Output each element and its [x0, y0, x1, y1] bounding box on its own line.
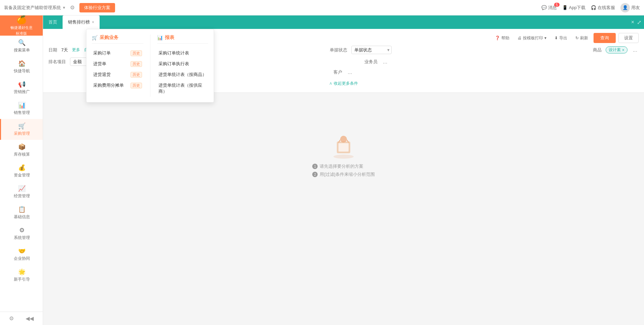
sidebar-item-quick-nav[interactable]: 🏠 快捷导航: [0, 56, 43, 77]
receipt-stat-goods-label: 进货单统计表（按商品）: [158, 72, 207, 78]
hint2-circle: 2: [312, 172, 318, 177]
print-button[interactable]: 🖨 按模板打印 ▾: [515, 34, 549, 42]
salesman-dots-button[interactable]: ...: [382, 59, 389, 65]
empty-hint-2-text: 用[过滤]条件来缩小分析范围: [320, 171, 374, 177]
goods-tag-close[interactable]: ×: [622, 48, 624, 52]
logo-icon: 🍊: [16, 15, 27, 25]
purchase-col-title-text: 采购业务: [100, 35, 118, 41]
tab-sales-ranking-label: 销售排行榜: [68, 19, 90, 25]
purchase-icon: 🛒: [18, 122, 26, 130]
sidebar-bottom: ⚙ ◀◀: [0, 312, 43, 325]
svg-rect-2: [338, 143, 349, 152]
quick-nav-label: 快捷导航: [14, 68, 30, 74]
purchase-order-exec-label: 采购订单执行表: [158, 61, 189, 67]
dropdown-item-purchase-order[interactable]: 采购订单 历史: [92, 48, 143, 58]
sidebar-item-cooperation[interactable]: 🤝 企业协同: [0, 244, 43, 265]
sidebar-item-search-menu[interactable]: 🔍 搜索菜单: [0, 36, 43, 56]
inventory-label: 库存核算: [14, 152, 30, 157]
marketing-icon: 📢: [18, 81, 26, 88]
dropdown-item-receipt-stat-goods[interactable]: 进货单统计表（按商品）: [157, 69, 209, 80]
purchase-col-icon: 🛒: [92, 35, 98, 40]
hint1-circle: 1: [312, 164, 318, 169]
receipt-stat-supplier-label: 进货单统计表（按供应商）: [158, 82, 207, 94]
finance-icon: 💰: [18, 164, 26, 171]
date-more-link[interactable]: 更多: [72, 47, 80, 53]
export-icon: ⬇: [554, 36, 558, 40]
dropdown-item-expense[interactable]: 采购费用分摊单 历史: [92, 80, 143, 91]
tab-home[interactable]: 首页: [43, 15, 63, 29]
goods-tag-text: 设计素: [609, 47, 621, 53]
dropdown-item-return[interactable]: 进货退货 历史: [92, 69, 143, 80]
dropdown-item-receipt[interactable]: 进货单 历史: [92, 58, 143, 69]
sidebar: 🍊 畅捷通好生意 标准版 🔍 搜索菜单 🏠 快捷导航 📢 营销推广 📊 销售管理: [0, 15, 43, 325]
user-label: 用友: [631, 5, 640, 11]
status-select-wrap: 单据状态: [351, 46, 392, 54]
collapse-sidebar-icon[interactable]: ◀◀: [26, 315, 34, 322]
purchase-dropdown-menu: 🛒 采购业务 采购订单 历史 进货单 历史 进货退货 历史 采购费用分摊单: [86, 29, 214, 103]
dropdown-report-col: 📊 报表 采购订单统计表 采购订单执行表 进货单统计表（按商品） 进货单统计表（…: [157, 35, 209, 97]
sidebar-item-inventory[interactable]: 📦 库存核算: [0, 140, 43, 161]
search-button[interactable]: 查询: [594, 33, 616, 43]
sidebar-item-system[interactable]: ⚙ 系统管理: [0, 223, 43, 244]
sidebar-nav: 🔍 搜索菜单 🏠 快捷导航 📢 营销推广 📊 销售管理 🛒 采购管理 📦: [0, 36, 43, 312]
goods-tag: 设计素 ×: [606, 46, 628, 53]
sidebar-item-sales[interactable]: 📊 销售管理: [0, 98, 43, 119]
dropdown-item-purchase-order-stat[interactable]: 采购订单统计表: [157, 48, 209, 58]
status-select[interactable]: 单据状态: [351, 46, 392, 54]
dropdown-item-receipt-stat-supplier[interactable]: 进货单统计表（按供应商）: [157, 80, 209, 97]
search-menu-icon: 🔍: [18, 39, 26, 46]
receipt-history: 历史: [131, 61, 142, 67]
print-icon: 🖨: [517, 36, 522, 40]
sidebar-item-operations[interactable]: 📈 经营管理: [0, 181, 43, 202]
minimize-icon[interactable]: ×: [631, 19, 634, 25]
help-button[interactable]: ❓ 帮助: [492, 34, 512, 42]
cooperation-icon: 🤝: [18, 247, 26, 255]
messages-button[interactable]: 💬 消息 5: [541, 5, 557, 11]
expand-icon[interactable]: ⤢: [637, 19, 641, 26]
sidebar-item-guide[interactable]: 🌟 新手引导: [0, 265, 43, 286]
tab-sales-ranking[interactable]: 销售排行榜 ×: [63, 15, 100, 29]
collapse-icon: ∧: [329, 81, 332, 86]
goods-dots-button[interactable]: ...: [632, 47, 639, 53]
basic-info-label: 基础信息: [14, 214, 30, 220]
search-menu-label: 搜索菜单: [14, 47, 30, 53]
top-bar: 装备及固定资产辅助管理系统 ▾ ⚙ 体验行业方案 💬 消息 5 📱 App下载 …: [0, 0, 644, 15]
trial-button[interactable]: 体验行业方案: [79, 3, 115, 12]
user-avatar: 👤: [620, 3, 630, 12]
sidebar-item-marketing[interactable]: 📢 营销推广: [0, 77, 43, 98]
settings-button[interactable]: 设置: [618, 33, 639, 43]
sidebar-item-basic-info[interactable]: 📋 基础信息: [0, 202, 43, 223]
dropdown-purchase-title: 🛒 采购业务: [92, 35, 143, 44]
app-download-label: App下载: [569, 5, 585, 11]
sidebar-item-finance[interactable]: 💰 资金管理: [0, 161, 43, 181]
gear-icon[interactable]: ⚙: [70, 4, 75, 11]
customer-label: 客户: [333, 69, 342, 75]
settings-bottom-icon[interactable]: ⚙: [9, 315, 14, 322]
guide-icon: 🌟: [18, 268, 26, 276]
online-service-button[interactable]: 🎧 在线客服: [591, 5, 615, 11]
right-panel: 首页 销售排行榜 × × ⤢ ❓ 帮助: [43, 15, 644, 325]
messages-badge: 5: [554, 3, 560, 7]
tab-close-icon[interactable]: ×: [92, 20, 94, 25]
app-download-button[interactable]: 📱 App下载: [562, 5, 585, 11]
rank-label: 排名项目: [48, 59, 66, 65]
sidebar-item-purchase[interactable]: 🛒 采购管理: [0, 119, 43, 140]
empty-hint-1: 1 请先选择要分析的方案: [312, 163, 363, 169]
svg-point-0: [333, 155, 354, 159]
return-label: 进货退货: [93, 72, 111, 78]
guide-label: 新手引导: [14, 277, 30, 282]
goods-label: 商品: [593, 47, 602, 53]
operations-icon: 📈: [18, 185, 26, 192]
tab-window-controls: × ⤢: [631, 19, 641, 26]
dropdown-purchase-col: 🛒 采购业务 采购订单 历史 进货单 历史 进货退货 历史 采购费用分摊单: [92, 35, 143, 97]
receipt-label: 进货单: [93, 61, 106, 67]
dropdown-item-purchase-order-exec[interactable]: 采购订单执行表: [157, 58, 209, 69]
export-button[interactable]: ⬇ 导出: [552, 34, 570, 42]
tab-bar: 首页 销售排行榜 × × ⤢: [43, 15, 644, 29]
expense-history: 历史: [131, 83, 142, 88]
user-menu-button[interactable]: 👤 用友: [620, 3, 640, 12]
customer-dots-button[interactable]: ...: [346, 69, 353, 75]
system-label: 系统管理: [14, 235, 30, 241]
title-arrow-icon[interactable]: ▾: [63, 5, 65, 10]
refresh-button[interactable]: ↻ 刷新: [573, 34, 591, 42]
